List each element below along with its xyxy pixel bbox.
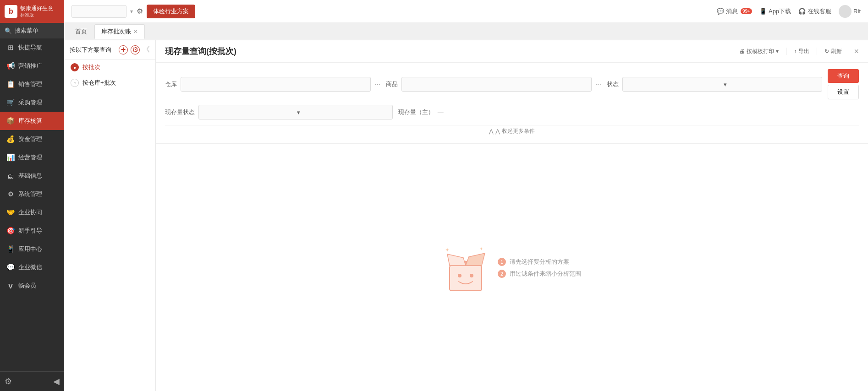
empty-illustration: ✦ ✦ xyxy=(443,245,489,291)
sidebar-item-basic[interactable]: 🗂 基础信息 xyxy=(0,167,64,185)
collapse-panel-button[interactable]: 《 xyxy=(143,45,150,54)
message-badge: 99+ xyxy=(741,8,752,14)
filter-row-1: 仓库 ··· 商品 ··· 状态 xyxy=(165,69,859,99)
topbar-right: 💬 消息 99+ 📱 App下载 🎧 在线客服 Rit xyxy=(717,5,861,18)
right-content: 现存量查询(按批次) 🖨 按模板打印 ▾ ↑ 导出 ↻ 刷 xyxy=(156,40,868,391)
collapse-more-btn[interactable]: ⋀ ⋀ 收起更多条件 xyxy=(165,125,859,137)
collapse-sidebar-button[interactable]: ◀ xyxy=(53,376,60,386)
messages-btn[interactable]: 💬 消息 99+ xyxy=(717,7,752,16)
tab-close-icon[interactable]: ✕ xyxy=(133,28,138,35)
product-more-btn[interactable]: ··· xyxy=(595,80,601,88)
sidebar-item-marketing[interactable]: 📢 营销推广 xyxy=(0,57,64,75)
query-button[interactable]: 查询 xyxy=(828,69,859,83)
export-icon: ↑ xyxy=(794,48,797,54)
divider xyxy=(786,48,786,55)
inventory-status-select[interactable]: ▾ xyxy=(198,105,393,119)
main-area: ▾ ⚙ 体验行业方案 💬 消息 99+ 📱 App下载 🎧 在线客服 Rit xyxy=(64,0,868,391)
trial-btn[interactable]: 体验行业方案 xyxy=(147,5,195,18)
sidebar-item-inventory[interactable]: 📦 库存核算 xyxy=(0,112,64,130)
empty-hints: 1 请先选择要分析的方案 2 用过滤条件来缩小分析范围 xyxy=(498,258,581,278)
add-schema-button[interactable]: + xyxy=(119,45,128,54)
online-service-btn[interactable]: 🎧 在线客服 xyxy=(798,7,831,16)
sidebar-item-sales[interactable]: 📋 销售管理 xyxy=(0,75,64,93)
collapse-up-icon: ⋀ ⋀ xyxy=(489,128,500,135)
inventory-status-chevron-icon: ▾ xyxy=(297,109,389,116)
hint-num-2: 2 xyxy=(498,270,506,278)
sales-icon: 📋 xyxy=(6,80,15,88)
svg-point-5 xyxy=(458,274,461,277)
sidebar-logo: b xyxy=(5,5,17,18)
member-icon: V xyxy=(6,282,15,290)
svg-marker-3 xyxy=(447,254,466,266)
filter-area: 仓库 ··· 商品 ··· 状态 xyxy=(156,63,868,143)
warehouse-more-btn[interactable]: ··· xyxy=(374,80,380,88)
schema-settings-button[interactable]: ⚙ xyxy=(131,45,140,54)
inventory-status-group: 现存量状态 ▾ xyxy=(165,105,393,119)
app-download-btn[interactable]: 📱 App下载 xyxy=(759,7,791,16)
print-icon: 🖨 xyxy=(739,48,745,54)
print-btn[interactable]: 🖨 按模板打印 ▾ xyxy=(736,46,781,57)
tabbar: 首页 库存批次账 ✕ xyxy=(64,23,868,40)
tab-batch[interactable]: 库存批次账 ✕ xyxy=(94,24,145,39)
finance-icon: 💰 xyxy=(6,135,15,143)
sidebar-item-finance[interactable]: 💰 资金管理 xyxy=(0,130,64,148)
sidebar-footer: ⚙ ◀ xyxy=(0,371,64,391)
refresh-icon: ↻ xyxy=(824,48,829,54)
sidebar-item-operations[interactable]: 📊 经营管理 xyxy=(0,148,64,167)
topbar-chevron-icon[interactable]: ▾ xyxy=(130,8,133,15)
sidebar-nav: ⊞ 快捷导航 📢 营销推广 📋 销售管理 🛒 采购管理 📦 库存核算 💰 资金管… xyxy=(0,38,64,371)
schema-item-batch[interactable]: ● 按批次 xyxy=(64,60,155,75)
sidebar-item-purchase[interactable]: 🛒 采购管理 xyxy=(0,93,64,112)
svg-text:✦: ✦ xyxy=(445,247,450,253)
svg-rect-0 xyxy=(450,266,482,291)
empty-state: ✦ ✦ 1 请先选择要分析的方案 2 用过滤条件来缩小分析范围 xyxy=(156,144,868,391)
close-page-btn[interactable]: × xyxy=(854,47,859,56)
topbar-gear-icon[interactable]: ⚙ xyxy=(137,7,143,16)
schema-item-warehouse-batch[interactable]: ○ 按仓库+批次 xyxy=(64,75,155,91)
warehouse-filter-group: 仓库 ··· xyxy=(165,77,380,92)
page-header-actions: 🖨 按模板打印 ▾ ↑ 导出 ↻ 刷新 × xyxy=(736,46,859,57)
status-select[interactable]: ▾ xyxy=(622,77,822,92)
sidebar-item-app-center[interactable]: 📱 应用中心 xyxy=(0,240,64,258)
settings-button[interactable]: 设置 xyxy=(828,85,859,99)
topbar-left: ▾ ⚙ 体验行业方案 xyxy=(71,5,712,18)
sidebar-item-enterprise[interactable]: 🤝 企业协同 xyxy=(0,203,64,222)
inventory-icon: 📦 xyxy=(6,117,15,125)
sidebar-item-quick-nav[interactable]: ⊞ 快捷导航 xyxy=(0,38,64,57)
schema-active-dot: ● xyxy=(71,63,79,71)
settings-button[interactable]: ⚙ xyxy=(5,376,12,386)
search-icon: 🔍 xyxy=(5,27,12,34)
filter-section: 仓库 ··· 商品 ··· 状态 xyxy=(156,63,868,144)
refresh-btn[interactable]: ↻ 刷新 xyxy=(822,46,845,57)
system-icon: ⚙ xyxy=(6,190,15,198)
sidebar-item-wechat[interactable]: 💬 企业微信 xyxy=(0,258,64,277)
wechat-icon: 💬 xyxy=(6,263,15,272)
warehouse-input[interactable] xyxy=(181,77,371,92)
status-chevron-icon: ▾ xyxy=(724,81,818,88)
sidebar-search[interactable]: 🔍 搜索菜单 xyxy=(0,23,64,38)
hint-item-2: 2 用过滤条件来缩小分析范围 xyxy=(498,270,581,278)
svg-text:✦: ✦ xyxy=(479,246,483,251)
sidebar-brand: 畅康通好生意 标准版 xyxy=(20,5,53,18)
topbar: ▾ ⚙ 体验行业方案 💬 消息 99+ 📱 App下载 🎧 在线客服 Rit xyxy=(64,0,868,23)
download-icon: 📱 xyxy=(759,8,767,15)
hint-item-1: 1 请先选择要分析的方案 xyxy=(498,258,581,266)
message-icon: 💬 xyxy=(717,8,724,15)
sidebar-item-system[interactable]: ⚙ 系统管理 xyxy=(0,185,64,203)
enterprise-icon: 🤝 xyxy=(6,208,15,217)
product-input[interactable] xyxy=(401,77,592,92)
schema-dot: ○ xyxy=(71,79,79,87)
sidebar-item-newbie[interactable]: 🎯 新手引导 xyxy=(0,222,64,240)
tab-home[interactable]: 首页 xyxy=(69,25,93,38)
print-dropdown-icon: ▾ xyxy=(776,48,779,54)
content-area: 按以下方案查询 + ⚙ 《 ● 按批次 ○ 按仓库+批次 现存量查询(按批次) xyxy=(64,40,868,391)
avatar xyxy=(839,5,852,18)
topbar-search-input[interactable] xyxy=(71,5,126,18)
product-filter-group: 商品 ··· xyxy=(386,77,601,92)
user-profile[interactable]: Rit xyxy=(839,5,861,18)
svg-marker-4 xyxy=(466,253,485,266)
sidebar-item-member[interactable]: V 畅会员 xyxy=(0,277,64,295)
export-btn[interactable]: ↑ 导出 xyxy=(791,46,812,57)
left-panel-header: 按以下方案查询 + ⚙ 《 xyxy=(64,40,155,60)
hint-num-1: 1 xyxy=(498,258,506,266)
